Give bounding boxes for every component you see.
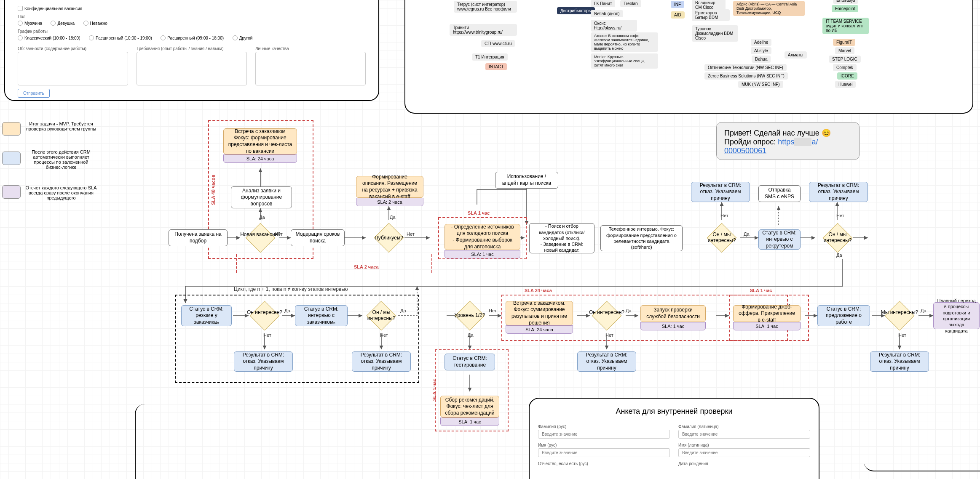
mm-forcepoint[interactable]: Forcepoint bbox=[832, 5, 858, 12]
node-security[interactable]: Запуск проверки службой безопасности bbox=[640, 305, 706, 322]
input-surname-ru[interactable] bbox=[538, 430, 670, 439]
legend-swatch-blue bbox=[2, 152, 21, 165]
mm-axoft[interactable]: Аксофт В основном софт. Железом занимают… bbox=[591, 32, 658, 52]
label-requirements: Требования (опыт работы / знания / навык… bbox=[137, 46, 247, 51]
send-button[interactable]: Отправить bbox=[18, 89, 50, 98]
label-duties: Обязанности (содержание работы) bbox=[18, 46, 128, 51]
mm-aid[interactable]: AID bbox=[671, 11, 685, 19]
mm-icore[interactable]: ICORE bbox=[837, 72, 857, 80]
node-crm-customer[interactable]: Статус в CRM: интервью с заказчикомₙ bbox=[295, 305, 348, 326]
legend-swatch-purple bbox=[2, 185, 21, 199]
textarea-duties[interactable] bbox=[18, 52, 128, 85]
legend-text-orange: Итог задачи - MVP. Требуется проверка ру… bbox=[25, 121, 97, 131]
edge-yes-4: Да bbox=[836, 253, 842, 258]
mm-inf[interactable]: INF bbox=[671, 1, 684, 8]
tooltip-line2: Пройди опрос: bbox=[724, 138, 778, 146]
sla-meeting1: SLA: 24 часа bbox=[223, 154, 297, 163]
sla-region-2h bbox=[236, 254, 432, 273]
radio-male[interactable]: Мужчина bbox=[18, 21, 42, 26]
mm-ern[interactable]: Ермекаров Батыр BDM bbox=[692, 9, 730, 21]
mm-panit[interactable]: ГК Панит bbox=[591, 0, 615, 7]
panel-survey-form: Анкета для внутренней проверки Фамилия (… bbox=[529, 398, 819, 479]
label-personal: Личные качества bbox=[255, 46, 366, 51]
edge-no: Нет bbox=[275, 232, 283, 237]
mm-t1[interactable]: T1 Интеграция bbox=[472, 53, 508, 61]
mm-huawei[interactable]: Huawei bbox=[835, 81, 856, 88]
mm-abris[interactable]: Абрис (Abris) — CA — Central Asia Distr … bbox=[733, 1, 805, 16]
sla-label-1h-c: SLA 1 час bbox=[432, 379, 437, 401]
mm-alstyle[interactable]: Al-style bbox=[751, 47, 771, 54]
survey-tooltip[interactable]: Привет! Сделай нас лучше 😊 Пройди опрос:… bbox=[716, 122, 860, 160]
radio-sched-1[interactable]: Классический (10:00 - 18:00) bbox=[18, 35, 80, 40]
mm-almaty[interactable]: Алматы bbox=[785, 51, 807, 59]
node-meeting1[interactable]: Встреча с заказчиком Фокус: формирование… bbox=[223, 128, 297, 154]
radio-sched-2[interactable]: Расширенный (10:00 - 19:00) bbox=[89, 35, 152, 40]
radio-any[interactable]: Неважно bbox=[83, 21, 107, 26]
node-references[interactable]: Сбор рекомендаций. Фокус: чек-лист для с… bbox=[440, 396, 499, 418]
label-name-lat: Имя (латиница) bbox=[678, 443, 810, 447]
mm-netlab[interactable]: Netlab (дноп) bbox=[591, 10, 623, 17]
input-name-ru[interactable] bbox=[538, 448, 670, 457]
edge-yes-5: Да bbox=[284, 308, 290, 313]
node-reject-5[interactable]: Результат в CRM: отказ. Указываем причин… bbox=[577, 351, 636, 372]
input-surname-lat[interactable] bbox=[678, 430, 810, 439]
node-testing[interactable]: Статус в CRM: тестирование bbox=[444, 354, 495, 370]
node-start[interactable]: Получена заявка на подбор bbox=[169, 229, 228, 246]
mm-zerde[interactable]: Zerde Business Solutions (NW SEC INF) bbox=[704, 72, 788, 80]
node-reject-1[interactable]: Результат в CRM: отказ. Указываем причин… bbox=[691, 182, 750, 202]
node-reject-4[interactable]: Результат в CRM: отказ. Указываем причин… bbox=[352, 351, 411, 372]
node-reject-2[interactable]: Результат в CRM: отказ. Указываем причин… bbox=[809, 182, 868, 202]
mm-trinity[interactable]: Тринити https://www.trinitygroup.ru/ bbox=[450, 24, 517, 36]
mm-opt[interactable]: Оптические Технологии (NW SEC INF) bbox=[704, 64, 787, 71]
node-crm-offer[interactable]: Статус в CRM: предложение о работе bbox=[817, 305, 870, 326]
node-analyze[interactable]: Анализ заявки и формулирование вопросов bbox=[231, 186, 292, 208]
node-offer[interactable]: Формирование джоб-оффера. Прикрепление в… bbox=[733, 305, 801, 322]
legend-swatch-orange bbox=[2, 122, 21, 136]
mm-merlion[interactable]: Merlion Крупные. Узкофункциональные спец… bbox=[591, 53, 658, 69]
mm-itteam[interactable]: IT TEAM SERVICE аудит и консалтинг по ИБ bbox=[822, 18, 869, 34]
mm-cti[interactable]: CTI www.cti.ru bbox=[481, 40, 515, 47]
textarea-requirements[interactable] bbox=[137, 52, 247, 85]
node-resume[interactable]: Статус в CRM: резюме у заказчикаₙ bbox=[181, 305, 232, 326]
mm-dahua[interactable]: Dahua bbox=[752, 56, 771, 63]
textarea-personal[interactable] bbox=[255, 52, 366, 85]
mm-tegrus[interactable]: Тегрус (сист интегратор) www.tegrus.ru В… bbox=[454, 1, 517, 13]
input-name-lat[interactable] bbox=[678, 448, 810, 457]
panel-vacancy-form: Конфиденциальная вакансия Пол Мужчина Де… bbox=[4, 0, 379, 101]
node-meeting2[interactable]: Встреча с заказчиком. Фокус: суммировани… bbox=[506, 301, 573, 325]
node-sms[interactable]: Отправка SMS c eNPS bbox=[758, 185, 801, 202]
mm-muk[interactable]: MUK (NW SEC INF) bbox=[738, 81, 783, 88]
mm-enterasys[interactable]: Enterasys bbox=[833, 0, 858, 4]
label-surname-ru: Фамилия (рус) bbox=[538, 424, 670, 429]
mm-treolan[interactable]: Treolan bbox=[620, 0, 641, 7]
node-sources[interactable]: - Определение источников для холодного п… bbox=[444, 224, 520, 250]
node-search[interactable]: - Поиск и отбор кандидатов (отклики/ хол… bbox=[529, 223, 594, 253]
tooltip-line1: Привет! Сделай нас лучше 😊 bbox=[724, 129, 831, 137]
mm-tur[interactable]: Туранов Джамолиддин BDM Cisco bbox=[692, 25, 738, 42]
sla-label-2h: SLA 2 часа bbox=[354, 264, 379, 269]
node-crm-interview[interactable]: Статус в CRM: интервью с рекрутером bbox=[758, 229, 801, 250]
sla-label-48h: SLA 48 часов bbox=[211, 175, 216, 205]
node-map[interactable]: Использование / апдейт карты поиска bbox=[495, 172, 558, 189]
mm-intact[interactable]: INTACT bbox=[485, 63, 507, 70]
mm-distributors[interactable]: Дистрибьюторы bbox=[557, 7, 595, 14]
mm-oksys[interactable]: Оксис http://oksys.ru/ bbox=[591, 20, 637, 32]
mm-comptek[interactable]: Comptek bbox=[833, 64, 857, 71]
radio-female[interactable]: Девушка bbox=[51, 21, 75, 26]
radio-sched-4[interactable]: Другой bbox=[233, 35, 253, 40]
sla-description: SLA: 2 часа bbox=[356, 198, 423, 206]
edge-no-8: Нет bbox=[605, 333, 613, 338]
mm-figurait[interactable]: FiguraIT bbox=[833, 39, 855, 46]
mm-adeline[interactable]: Adeline bbox=[751, 39, 771, 46]
panel-curve-right bbox=[864, 135, 980, 471]
mm-marvel[interactable]: Marvel bbox=[835, 47, 854, 54]
radio-sched-3[interactable]: Расширенный (09:00 - 18:00) bbox=[161, 35, 224, 40]
mm-steplogic[interactable]: STEP LOGIC bbox=[829, 56, 861, 63]
edge-yes-2: Да bbox=[390, 215, 396, 220]
sla-label-1h-b: SLA 1 час bbox=[750, 288, 772, 293]
node-description[interactable]: Формирование описания. Размещение на рес… bbox=[356, 176, 423, 198]
checkbox-confidential[interactable]: Конфиденциальная вакансия bbox=[18, 6, 82, 11]
node-moderate[interactable]: Модерация сроков поиска bbox=[291, 229, 345, 246]
node-phone[interactable]: Телефонное интервью. Фокус: формирование… bbox=[600, 225, 683, 251]
node-reject-3[interactable]: Результат в CRM: отказ. Указываем причин… bbox=[234, 351, 293, 372]
